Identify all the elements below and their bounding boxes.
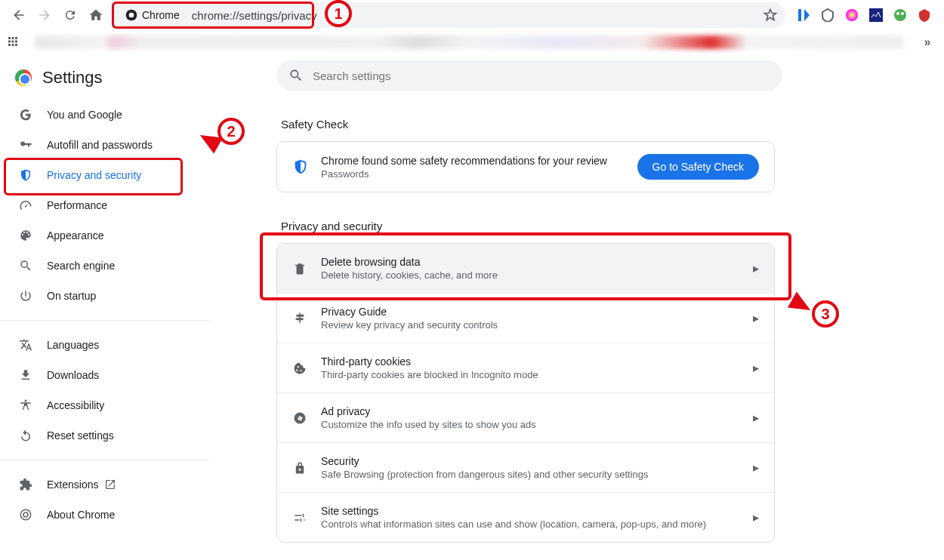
sidebar-item-accessibility[interactable]: Accessibility [0, 390, 198, 420]
palette-icon [18, 228, 33, 243]
power-icon [18, 288, 33, 303]
row-sub: Review key privacy and security controls [321, 319, 498, 331]
sidebar-item-about[interactable]: About Chrome [0, 500, 198, 530]
section-safety-check: Safety Check [281, 118, 923, 131]
star-icon [763, 8, 778, 23]
sidebar-item-label: On startup [47, 290, 96, 302]
row-sub: Delete history, cookies, cache, and more [321, 269, 498, 281]
svg-point-8 [20, 509, 31, 520]
arrow-right-icon [37, 8, 52, 23]
row-title: Site settings [321, 505, 706, 517]
sidebar-item-privacy[interactable]: Privacy and security [0, 160, 198, 190]
ext-icon-4[interactable] [868, 8, 884, 23]
svg-point-6 [896, 12, 899, 15]
bookmarks-overflow[interactable]: » [917, 35, 938, 49]
settings-search[interactable] [276, 60, 782, 91]
svg-point-1 [129, 13, 134, 18]
ext-icon-5[interactable] [893, 8, 908, 23]
row-delete-browsing-data[interactable]: Delete browsing dataDelete history, cook… [277, 244, 774, 293]
refresh-icon [63, 8, 77, 22]
ext-icon-2[interactable] [820, 8, 835, 23]
cookie-icon [292, 361, 307, 376]
extension-icon [18, 477, 33, 492]
download-icon [18, 368, 33, 383]
row-third-party-cookies[interactable]: Third-party cookiesThird-party cookies a… [277, 343, 774, 392]
svg-rect-2 [798, 9, 801, 21]
shield-icon [18, 168, 33, 183]
svg-point-9 [23, 512, 28, 517]
row-title: Security [321, 455, 649, 467]
row-sub: Customize the info used by sites to show… [321, 419, 536, 430]
ext-icon-1[interactable] [796, 8, 811, 23]
sidebar-item-label: Downloads [47, 369, 99, 381]
bookmark-star-button[interactable] [763, 8, 778, 23]
browser-toolbar: Chrome chrome://settings/privacy [0, 0, 944, 30]
back-button[interactable] [6, 2, 32, 28]
forward-button[interactable] [32, 2, 57, 28]
section-privacy: Privacy and security [281, 220, 923, 232]
main-content: Safety Check Chrome found some safety re… [210, 54, 944, 560]
sidebar-item-search-engine[interactable]: Search engine [0, 251, 198, 281]
bookmarks-blurred [35, 35, 903, 49]
extension-icons [790, 8, 938, 23]
translate-icon [18, 337, 33, 352]
search-icon [288, 68, 304, 83]
row-privacy-guide[interactable]: Privacy GuideReview key privacy and secu… [277, 293, 774, 343]
row-security[interactable]: SecuritySafe Browsing (protection from d… [277, 442, 774, 492]
apps-button[interactable] [6, 35, 21, 50]
address-bar[interactable]: Chrome chrome://settings/privacy [113, 2, 785, 28]
sidebar-item-label: Privacy and security [47, 169, 141, 181]
speed-icon [18, 198, 33, 213]
ext-icon-3[interactable] [844, 8, 859, 23]
reload-button[interactable] [57, 2, 83, 28]
row-site-settings[interactable]: Site settingsControls what information s… [277, 492, 774, 542]
chrome-icon [125, 9, 137, 21]
safety-check-card: Chrome found some safety recommendations… [276, 141, 775, 192]
row-sub: Third-party cookies are blocked in Incog… [321, 369, 538, 380]
sidebar-item-label: Autofill and passwords [47, 139, 153, 151]
sidebar-item-label: Accessibility [47, 399, 104, 411]
home-button[interactable] [83, 2, 109, 28]
svg-rect-4 [869, 8, 883, 22]
chevron-right-icon: ▸ [753, 261, 759, 275]
svg-point-5 [894, 9, 906, 21]
ext-icon-6[interactable] [917, 8, 932, 23]
trash-icon [292, 261, 307, 276]
sidebar-item-label: Performance [47, 199, 107, 211]
sidebar-item-extensions[interactable]: Extensions [0, 469, 198, 500]
search-input[interactable] [313, 69, 770, 82]
safety-sub: Passwords [321, 168, 607, 180]
key-icon [18, 137, 33, 152]
row-ad-privacy[interactable]: Ad privacyCustomize the info used by sit… [277, 392, 774, 442]
chrome-logo-icon [15, 69, 32, 86]
row-sub: Safe Browsing (protection from dangerous… [321, 469, 649, 480]
chevron-right-icon: ▸ [753, 411, 759, 425]
sidebar-item-languages[interactable]: Languages [0, 330, 198, 360]
search-icon [18, 258, 33, 273]
chevron-right-icon: ▸ [753, 311, 759, 325]
url-text: chrome://settings/privacy [184, 9, 317, 22]
sidebar-item-startup[interactable]: On startup [0, 281, 198, 311]
row-title: Privacy Guide [321, 306, 498, 318]
sidebar-item-you-and-google[interactable]: You and Google [0, 100, 198, 130]
sidebar-item-downloads[interactable]: Downloads [0, 360, 198, 390]
app-header: Settings [0, 62, 210, 100]
sidebar-item-reset[interactable]: Reset settings [0, 420, 198, 451]
accessibility-icon [18, 398, 33, 413]
ads-icon [292, 411, 307, 426]
sidebar-item-performance[interactable]: Performance [0, 190, 198, 220]
row-title: Ad privacy [321, 405, 536, 417]
signpost-icon [292, 311, 307, 326]
row-sub: Controls what information sites can use … [321, 518, 706, 530]
sidebar-item-appearance[interactable]: Appearance [0, 220, 198, 251]
safety-title: Chrome found some safety recommendations… [321, 155, 607, 167]
sidebar-item-autofill[interactable]: Autofill and passwords [0, 130, 198, 160]
go-to-safety-check-button[interactable]: Go to Safety Check [637, 154, 759, 180]
svg-point-7 [901, 12, 904, 15]
privacy-card: Delete browsing dataDelete history, cook… [276, 243, 775, 543]
sidebar-item-label: You and Google [47, 109, 122, 121]
google-g-icon [18, 107, 33, 122]
reset-icon [18, 428, 33, 443]
home-icon [88, 8, 103, 23]
settings-sidebar: Settings You and Google Autofill and pas… [0, 54, 210, 560]
